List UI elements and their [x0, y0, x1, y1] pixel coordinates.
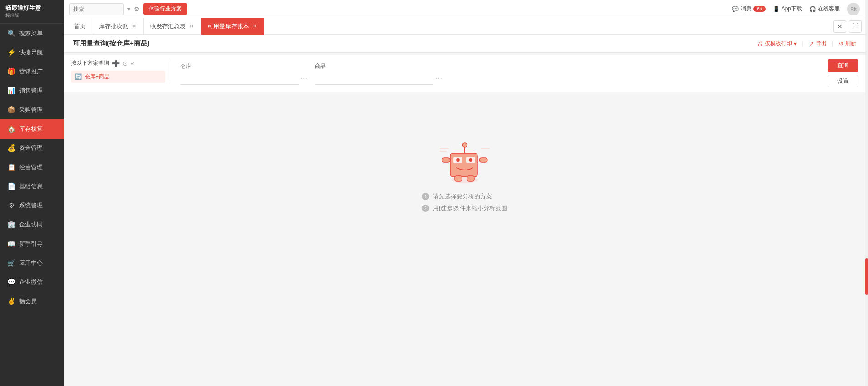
- shortcut-icon: ⚡: [7, 48, 15, 57]
- sidebar-label-appstore: 应用中心: [19, 259, 43, 267]
- basic-icon: 📄: [7, 182, 15, 190]
- empty-illustration: [437, 130, 492, 185]
- sidebar-item-sales[interactable]: 📊销售管理: [0, 81, 64, 100]
- topbar-search: [69, 3, 124, 15]
- tab-summary-label: 收发存汇总表: [150, 22, 186, 31]
- customer-service-label: 在线客服: [818, 5, 840, 13]
- product-label: 商品: [315, 62, 442, 70]
- tab-batch[interactable]: 库存批次账 ✕: [92, 18, 144, 35]
- sidebar-scroll: 🔍搜索菜单⚡快捷导航🎁营销推广📊销售管理📦采购管理🏠库存核算💰资金管理📋经营管理…: [0, 24, 64, 386]
- app-download-label: App下载: [782, 5, 802, 13]
- sales-icon: 📊: [7, 87, 15, 95]
- svg-rect-9: [479, 158, 487, 162]
- svg-rect-11: [467, 176, 474, 181]
- filter-field-product: 商品 ···: [315, 62, 442, 85]
- app-subtitle: 标准版: [5, 12, 58, 19]
- enterprise-icon: 🏢: [7, 221, 15, 229]
- refresh-label: 刷新: [845, 40, 856, 47]
- svg-point-7: [462, 143, 467, 147]
- sidebar-label-enterprise: 企业协同: [19, 221, 43, 229]
- sidebar-label-finance: 资金管理: [19, 144, 43, 152]
- scheme-item-warehouse-product[interactable]: 🔄 仓库+商品: [71, 71, 165, 83]
- tip-item-2: 2 用[过滤]条件来缩小分析范围: [422, 204, 507, 212]
- marketing-icon: 🎁: [7, 67, 15, 76]
- settings-button[interactable]: 设置: [828, 75, 858, 87]
- page-header: 可用量查询(按仓库+商品) 🖨 按模板打印 ▾ | ↗ 导出 | ↺ 刷新: [64, 35, 865, 53]
- app-download-item[interactable]: 📱 App下载: [773, 5, 802, 13]
- tab-summary-close[interactable]: ✕: [188, 23, 194, 29]
- inventory-icon: 🏠: [7, 125, 15, 133]
- message-item[interactable]: 💬 消息 99+: [732, 5, 766, 13]
- sidebar-item-newbie[interactable]: 📖新手引导: [0, 234, 64, 253]
- topbar: ▾ ⚙ 体验行业方案 💬 消息 99+ 📱 App下载 🎧 在线客服 Rit: [64, 0, 865, 18]
- sidebar-item-marketing[interactable]: 🎁营销推广: [0, 62, 64, 81]
- warehouse-input[interactable]: [180, 72, 299, 85]
- sidebar-item-purchase[interactable]: 📦采购管理: [0, 100, 64, 119]
- sidebar-item-wechat[interactable]: 💬企业微信: [0, 273, 64, 292]
- add-scheme-icon[interactable]: ➕: [112, 60, 120, 67]
- export-action[interactable]: ↗ 导出: [809, 40, 827, 47]
- search-icon: 🔍: [7, 29, 15, 37]
- tab-available-close[interactable]: ✕: [252, 23, 258, 29]
- user-avatar[interactable]: Rit: [847, 3, 860, 15]
- sidebar-label-shortcut: 快捷导航: [19, 48, 43, 57]
- settings-scheme-icon[interactable]: ⊙: [122, 60, 128, 67]
- sidebar-item-operations[interactable]: 📋经营管理: [0, 158, 64, 177]
- tip-text-2: 用[过滤]条件来缩小分析范围: [433, 204, 507, 212]
- sidebar-item-finance[interactable]: 💰资金管理: [0, 139, 64, 158]
- refresh-action[interactable]: ↺ 刷新: [839, 40, 856, 47]
- warehouse-label: 仓库: [180, 62, 308, 70]
- refresh-icon: ↺: [839, 41, 843, 47]
- sidebar-item-basic[interactable]: 📄基础信息: [0, 177, 64, 196]
- print-action[interactable]: 🖨 按模板打印 ▾: [757, 40, 797, 47]
- sidebar-item-enterprise[interactable]: 🏢企业协同: [0, 215, 64, 234]
- tab-batch-close[interactable]: ✕: [131, 23, 137, 29]
- tab-home[interactable]: 首页: [67, 18, 92, 35]
- scheme-icon: 🔄: [75, 73, 82, 80]
- search-input[interactable]: [69, 3, 124, 15]
- sidebar-item-system[interactable]: ⚙系统管理: [0, 196, 64, 215]
- member-icon: ✌: [7, 297, 15, 305]
- warehouse-input-wrapper: ···: [180, 72, 308, 85]
- tab-summary[interactable]: 收发存汇总表 ✕: [144, 18, 201, 35]
- sidebar-item-member[interactable]: ✌畅会员: [0, 292, 64, 311]
- tab-expand-button[interactable]: ⛶: [849, 20, 862, 33]
- action-divider-1: |: [802, 40, 803, 47]
- tab-close-window-button[interactable]: ✕: [833, 20, 846, 33]
- action-divider-2: |: [832, 40, 833, 47]
- sidebar-label-sales: 销售管理: [19, 87, 43, 95]
- filter-actions: 查询 设置: [828, 59, 858, 87]
- sidebar-label-marketing: 营销推广: [19, 67, 43, 76]
- tab-end-controls: ✕ ⛶: [833, 20, 862, 33]
- sidebar-label-purchase: 采购管理: [19, 106, 43, 114]
- industry-button[interactable]: 体验行业方案: [143, 3, 187, 15]
- chevron-down-icon[interactable]: ▾: [127, 6, 130, 12]
- sidebar-label-search: 搜索菜单: [19, 29, 43, 37]
- collapse-scheme-icon[interactable]: «: [131, 60, 134, 67]
- headset-icon: 🎧: [809, 6, 816, 12]
- user-name: Rit: [850, 6, 856, 12]
- sidebar-item-search[interactable]: 🔍搜索菜单: [0, 24, 64, 43]
- tab-available[interactable]: 可用量库存账本 ✕: [201, 18, 264, 35]
- sidebar-item-shortcut[interactable]: ⚡快捷导航: [0, 43, 64, 62]
- sidebar-item-inventory[interactable]: 🏠库存核算: [0, 119, 64, 139]
- sidebar-item-appstore[interactable]: 🛒应用中心: [0, 253, 64, 273]
- svg-point-4: [456, 158, 460, 162]
- warehouse-more-icon[interactable]: ···: [300, 74, 308, 82]
- product-more-icon[interactable]: ···: [435, 74, 442, 82]
- empty-tips: 1 请先选择要分析的方案 2 用[过滤]条件来缩小分析范围: [422, 192, 507, 212]
- export-icon: ↗: [809, 41, 814, 47]
- tab-home-label: 首页: [74, 22, 86, 31]
- right-scrollbar[interactable]: [865, 0, 868, 386]
- gear-icon[interactable]: ⚙: [134, 5, 140, 13]
- customer-service-item[interactable]: 🎧 在线客服: [809, 5, 840, 13]
- phone-icon: 📱: [773, 6, 780, 12]
- product-input[interactable]: [315, 72, 433, 85]
- empty-state: 1 请先选择要分析的方案 2 用[过滤]条件来缩小分析范围: [64, 94, 865, 249]
- print-icon: 🖨: [757, 41, 763, 47]
- query-button[interactable]: 查询: [828, 59, 858, 72]
- svg-rect-1: [450, 153, 477, 177]
- sidebar-label-system: 系统管理: [19, 201, 43, 210]
- svg-rect-10: [455, 176, 462, 181]
- main-area: ▾ ⚙ 体验行业方案 💬 消息 99+ 📱 App下载 🎧 在线客服 Rit: [64, 0, 865, 386]
